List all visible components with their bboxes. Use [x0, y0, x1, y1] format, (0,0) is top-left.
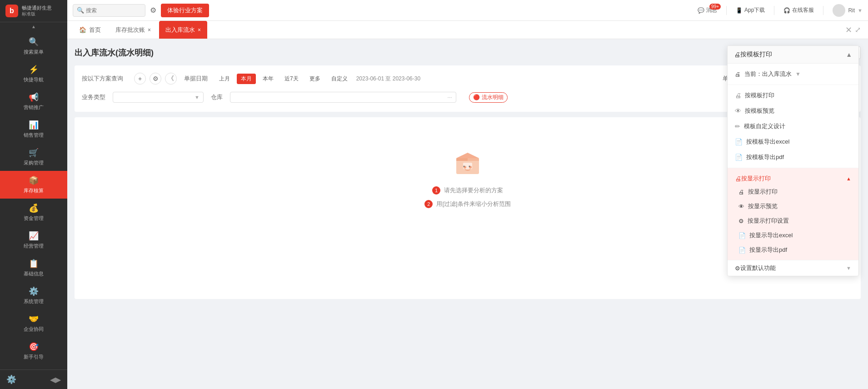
sidebar-item-marketing[interactable]: 📢 营销推广: [0, 88, 67, 115]
display-pdf-item[interactable]: 📄 按显示导出pdf: [728, 243, 858, 257]
collapse-filter-btn[interactable]: 《: [165, 73, 177, 85]
svg-marker-1: [456, 153, 479, 158]
sidebar-item-purchase[interactable]: 🛒 采购管理: [0, 143, 67, 171]
empty-step-2-text: 用[过滤]条件来缩小分析范围: [436, 200, 510, 208]
display-preview-item[interactable]: 👁 按显示预览: [728, 199, 858, 214]
current-selection-item[interactable]: 🖨 当前：出入库流水 ▼: [728, 66, 858, 82]
tab-batch-account[interactable]: 库存批次账 ×: [109, 21, 157, 39]
date-btn-this-year[interactable]: 本年: [259, 74, 278, 84]
template-preview-item[interactable]: 👁 按模板预览: [728, 103, 858, 119]
display-print-chevron: ▲: [846, 176, 851, 181]
purchase-icon: 🛒: [29, 148, 39, 158]
warehouse-select[interactable]: ···: [230, 92, 456, 103]
dprint-icon: 🖨: [738, 189, 744, 195]
dropdown-footer[interactable]: ⚙ 设置默认功能 ▼: [728, 260, 858, 276]
tpdf-icon: 📄: [735, 154, 743, 161]
app-download-label: App下载: [744, 6, 765, 14]
scroll-up-indicator[interactable]: ▲: [0, 22, 67, 30]
cooperation-icon: 🤝: [29, 314, 39, 324]
dropdown-header: 🖨 按模板打印 ▲: [728, 46, 858, 64]
sidebar-item-search[interactable]: 🔍 搜索菜单: [0, 32, 67, 60]
empty-step-1-text: 请先选择要分析的方案: [444, 186, 503, 194]
sidebar-item-label: 快捷导航: [24, 76, 44, 83]
date-btn-more[interactable]: 更多: [305, 74, 324, 84]
tab-flow-close[interactable]: ×: [198, 27, 201, 33]
sidebar-item-apps[interactable]: 🧩 应用中心: [0, 365, 67, 369]
dpreview-icon: 👁: [738, 203, 744, 210]
search-input[interactable]: [86, 7, 131, 14]
inventory-icon: 📦: [29, 175, 39, 185]
chip-group: 🔴 流水明细: [469, 92, 508, 103]
current-arrow-icon: ▼: [795, 71, 801, 77]
display-print-header[interactable]: 🖨 按显示打印 ▲: [728, 171, 858, 185]
sidebar-settings-icon[interactable]: ⚙️: [6, 374, 16, 384]
settings-filter-btn[interactable]: ⚙: [150, 73, 161, 85]
sidebar-item-label: 资金管理: [24, 215, 44, 222]
user-menu[interactable]: Rit ▼: [833, 4, 863, 17]
topbar-search-box[interactable]: 🔍: [73, 4, 145, 17]
flow-detail-chip[interactable]: 🔴 流水明细: [469, 92, 508, 103]
date-btn-last-month[interactable]: 上月: [215, 74, 234, 84]
app-name: 畅捷通好生意: [22, 5, 52, 11]
current-label: 当前：出入库流水: [744, 70, 792, 78]
sidebar-item-operations[interactable]: 📈 经营管理: [0, 226, 67, 254]
empty-illustration: [449, 145, 486, 181]
expand-icon[interactable]: ⤢: [855, 25, 861, 34]
template-design-item[interactable]: ✏ 模板自定义设计: [728, 119, 858, 134]
tab-flow[interactable]: 出入库流水 ×: [159, 21, 207, 39]
template-print-item[interactable]: 🖨 按模板打印: [728, 88, 858, 103]
topbar: 🔍 ⚙ 体验行业方案 💬 消息 99+ 📱 App下载 🎧 在线客服 Rit ▼: [67, 0, 868, 21]
warehouse-label: 仓库: [211, 93, 223, 101]
svg-point-7: [464, 166, 465, 167]
date-btn-7days[interactable]: 近7天: [280, 74, 303, 84]
close-page-icon[interactable]: ✕: [845, 25, 852, 35]
dprintsettings-icon: ⚙: [738, 218, 744, 224]
display-preview-label: 按显示预览: [748, 202, 778, 210]
sidebar-item-sales[interactable]: 📊 销售管理: [0, 115, 67, 143]
service-icon: 🎧: [783, 7, 790, 14]
tab-batch-close[interactable]: ×: [148, 27, 151, 33]
display-print-section: 🖨 按显示打印 ▲ 🖨 按显示打印 👁 按显示预览 ⚙ 按显示打印设置 📄 按显…: [728, 168, 858, 260]
template-design-label: 模板自定义设计: [744, 122, 851, 130]
sidebar-item-system[interactable]: ⚙️ 系统管理: [0, 282, 67, 309]
biz-type-dropdown[interactable]: ▼: [113, 92, 204, 103]
sidebar-item-inventory[interactable]: 📦 库存核算: [0, 171, 67, 199]
svg-point-8: [469, 166, 470, 167]
template-excel-item[interactable]: 📄 按模板导出excel: [728, 134, 858, 150]
home-icon: 🏠: [79, 26, 86, 33]
gear-icon[interactable]: ⚙: [150, 6, 156, 15]
sidebar-bottom: ⚙️ ◀▶: [0, 369, 67, 389]
dropdown-chevron-up[interactable]: ▲: [846, 51, 852, 58]
tab-home[interactable]: 🏠 首页: [73, 21, 107, 39]
quicknav-icon: ⚡: [29, 65, 39, 75]
sidebar-collapse-icon[interactable]: ◀▶: [50, 375, 61, 384]
message-badge: 99+: [709, 4, 721, 10]
date-btn-this-month[interactable]: 本月: [237, 74, 256, 84]
industry-btn[interactable]: 体验行业方案: [161, 4, 209, 17]
sidebar-item-quick-nav[interactable]: ⚡ 快捷导航: [0, 60, 67, 88]
dexcel-icon: 📄: [738, 232, 746, 239]
sidebar-item-guide[interactable]: 🎯 新手引导: [0, 337, 67, 365]
online-service-btn[interactable]: 🎧 在线客服: [783, 6, 814, 14]
sidebar-item-basics[interactable]: 📋 基础信息: [0, 254, 67, 282]
app-badge: 标准版: [22, 11, 52, 17]
sidebar-item-cooperation[interactable]: 🤝 企业协同: [0, 309, 67, 337]
tabs-bar: 🏠 首页 库存批次账 × 出入库流水 × ✕ ⤢: [67, 21, 868, 39]
display-print-header-label: 按显示打印: [741, 175, 771, 183]
display-excel-item[interactable]: 📄 按显示导出excel: [728, 228, 858, 243]
display-print-item[interactable]: 🖨 按显示打印: [728, 185, 858, 199]
app-download-btn[interactable]: 📱 App下载: [736, 6, 765, 14]
template-pdf-item[interactable]: 📄 按模板导出pdf: [728, 150, 858, 165]
print-dropdown-panel: 🖨 按模板打印 ▲ 🖨 当前：出入库流水 ▼ 🖨 按模板打印 👁 按模板预览 ✏…: [727, 45, 859, 276]
display-settings-label: 按显示打印设置: [748, 217, 789, 225]
sidebar-item-finance[interactable]: 💰 资金管理: [0, 199, 67, 226]
sidebar-item-label: 系统管理: [24, 298, 44, 305]
filter-actions: + ⚙ 《: [134, 73, 177, 85]
sidebar-item-label: 采购管理: [24, 160, 44, 166]
add-filter-btn[interactable]: +: [134, 73, 146, 85]
search-icon: 🔍: [29, 37, 39, 47]
display-print-settings-item[interactable]: ⚙ 按显示打印设置: [728, 214, 858, 228]
messages-btn[interactable]: 💬 消息 99+: [698, 6, 717, 14]
svg-rect-4: [468, 158, 479, 161]
date-btn-custom[interactable]: 自定义: [327, 74, 352, 84]
